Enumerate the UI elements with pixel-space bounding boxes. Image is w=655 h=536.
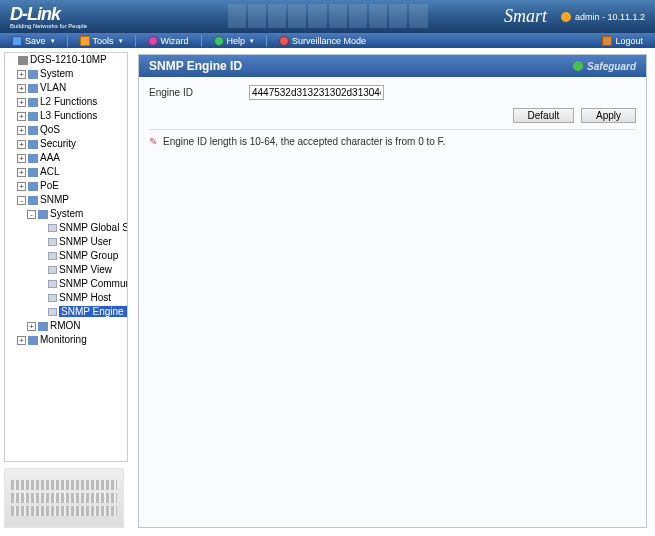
tree-rmon[interactable]: +RMON [17,319,127,333]
shield-icon [573,61,583,71]
menu-tools-label: Tools [93,36,114,46]
help-icon [214,36,224,46]
folder-icon [28,98,38,107]
chevron-down-icon: ▾ [250,37,254,45]
folder-icon [28,112,38,121]
brand-logo: D-Link Building Networks for People [10,5,87,29]
tree-vlan[interactable]: +VLAN [7,81,127,95]
default-button[interactable]: Default [513,108,575,123]
folder-icon [28,336,38,345]
menu-help[interactable]: Help ▾ [208,36,261,46]
menu-help-label: Help [227,36,246,46]
folder-icon [28,168,38,177]
tree-snmp-system[interactable]: -System SNMP Global Settings SNMP User S… [17,207,127,319]
panel: SNMP Engine ID Safeguard Engine ID Defau… [138,54,647,528]
tree-snmp-global[interactable]: SNMP Global Settings [27,221,127,235]
admin-info: admin - 10.11.1.2 [561,12,645,22]
chevron-down-icon: ▾ [119,37,123,45]
collapse-icon[interactable]: - [27,210,36,219]
menu-bar: Save ▾ Tools ▾ Wizard Help ▾ Surveillanc… [0,33,655,48]
nav-tree[interactable]: DGS-1210-10MP +System +VLAN +L2 Function… [4,52,128,462]
tree-poe[interactable]: +PoE [7,179,127,193]
folder-icon [38,210,48,219]
menu-save-label: Save [25,36,46,46]
hint-text: Engine ID length is 10-64, the accepted … [163,136,445,147]
tree-l2[interactable]: +L2 Functions [7,95,127,109]
expand-icon[interactable]: + [17,112,26,121]
camera-icon [279,36,289,46]
collapse-icon[interactable]: - [17,196,26,205]
menu-logout-label: Logout [615,36,643,46]
page-icon [48,294,57,302]
expand-icon[interactable]: + [17,70,26,79]
folder-icon [28,196,38,205]
pencil-icon: ✎ [149,136,157,147]
expand-icon[interactable]: + [17,154,26,163]
tree-security[interactable]: +Security [7,137,127,151]
expand-icon[interactable]: + [17,336,26,345]
apply-button[interactable]: Apply [581,108,636,123]
tree-snmp-group[interactable]: SNMP Group [27,249,127,263]
page-icon [48,238,57,246]
series-label: Smart [504,6,547,27]
expand-icon[interactable]: + [27,322,36,331]
logout-icon [602,36,612,46]
safeguard-badge: Safeguard [573,61,636,72]
folder-icon [28,140,38,149]
device-icon [18,56,28,65]
tree-snmp[interactable]: -SNMP -System SNMP Global Settings SNMP … [7,193,127,333]
page-icon [48,280,57,288]
menu-logout[interactable]: Logout [596,36,649,46]
page-icon [48,266,57,274]
expand-icon[interactable]: + [17,84,26,93]
save-icon [12,36,22,46]
wrench-icon [80,36,90,46]
app-header: D-Link Building Networks for People Smar… [0,0,655,33]
folder-icon [28,154,38,163]
menu-wizard[interactable]: Wizard [142,36,195,46]
engine-id-label: Engine ID [149,87,239,98]
brand-tagline: Building Networks for People [10,23,87,29]
tree-system[interactable]: +System [7,67,127,81]
tree-snmp-engine[interactable]: SNMP Engine ID [27,305,127,319]
menu-tools[interactable]: Tools ▾ [74,36,129,46]
device-image [4,468,124,528]
tree-acl[interactable]: +ACL [7,165,127,179]
menu-surveillance[interactable]: Surveillance Mode [273,36,372,46]
main-content: SNMP Engine ID Safeguard Engine ID Defau… [134,48,655,536]
panel-header: SNMP Engine ID Safeguard [139,55,646,77]
engine-id-input[interactable] [249,85,384,100]
user-icon [561,12,571,22]
page-icon [48,224,57,232]
brand-name: D-Link [10,5,87,23]
folder-icon [38,322,48,331]
tree-l3[interactable]: +L3 Functions [7,109,127,123]
tree-aaa[interactable]: +AAA [7,151,127,165]
sidebar: DGS-1210-10MP +System +VLAN +L2 Function… [0,48,134,536]
tree-snmp-view[interactable]: SNMP View [27,263,127,277]
tree-snmp-community[interactable]: SNMP Community [27,277,127,291]
tree-device[interactable]: DGS-1210-10MP +System +VLAN +L2 Function… [5,53,127,347]
tree-qos[interactable]: +QoS [7,123,127,137]
menu-save[interactable]: Save ▾ [6,36,61,46]
menu-wizard-label: Wizard [161,36,189,46]
page-icon [48,308,57,316]
menu-surveillance-label: Surveillance Mode [292,36,366,46]
expand-icon[interactable]: + [17,126,26,135]
tree-snmp-user[interactable]: SNMP User [27,235,127,249]
hint-row: ✎ Engine ID length is 10-64, the accepte… [149,136,636,147]
tree-monitoring[interactable]: +Monitoring [7,333,127,347]
expand-icon[interactable]: + [17,98,26,107]
admin-text: admin - 10.11.1.2 [575,12,645,22]
tree-snmp-host[interactable]: SNMP Host [27,291,127,305]
page-title: SNMP Engine ID [149,59,242,73]
device-ports-illustration [228,4,428,28]
expand-icon[interactable]: + [17,168,26,177]
safeguard-label: Safeguard [587,61,636,72]
chevron-down-icon: ▾ [51,37,55,45]
folder-icon [28,70,38,79]
folder-icon [28,126,38,135]
folder-icon [28,84,38,93]
expand-icon[interactable]: + [17,182,26,191]
expand-icon[interactable]: + [17,140,26,149]
